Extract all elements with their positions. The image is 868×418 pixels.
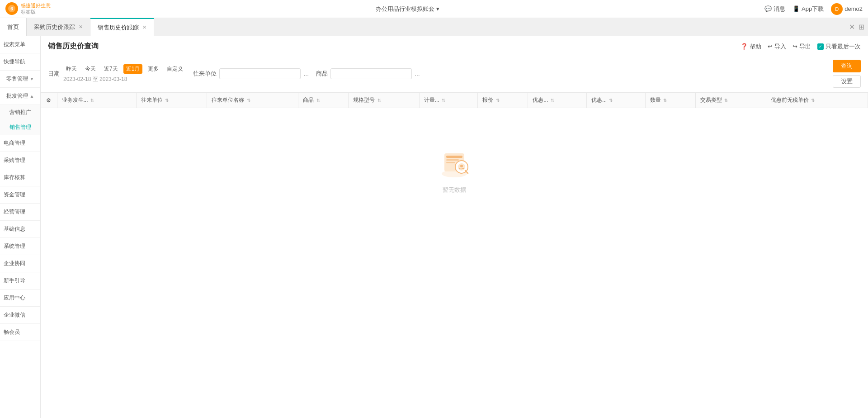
date-opt-yesterday[interactable]: 昨天 [63,64,80,74]
date-opt-last1m[interactable]: 近1月 [123,64,143,74]
import-btn[interactable]: ↩ 导入 [768,43,786,51]
sidebar-label-basic-info: 基础信息 [4,225,25,233]
tab-sales-close[interactable]: ✕ [142,24,146,30]
svg-rect-4 [446,156,462,158]
sort-icon-unit: ⇅ [442,98,445,103]
sidebar-label-retail-mgmt: 零售管理 [6,75,28,83]
th-quantity[interactable]: 数量 ⇅ [645,93,695,108]
partner-dots[interactable]: ... [303,70,309,77]
logo-icon: 6 [5,2,18,15]
date-filter-group: 日期 昨天 今天 近7天 近1月 更多 自定义 2023-02-18 至 202… [48,64,186,83]
table-header: ⚙ 业务发生... ⇅ 往来单位 ⇅ 往来单位名称 ⇅ [41,93,868,108]
goods-dots[interactable]: ... [415,70,420,77]
sidebar-item-marketing[interactable]: 营销推广 [0,105,40,120]
sidebar-item-inventory[interactable]: 库存核算 [0,169,40,186]
sidebar-item-system-mgmt[interactable]: 系统管理 [0,238,40,255]
sort-icon-spec: ⇅ [377,98,381,103]
goods-filter-group: 商品 ... [316,68,420,79]
th-spec[interactable]: 规格型号 ⇅ [349,93,419,108]
th-goods[interactable]: 商品 ⇅ [298,93,349,108]
tab-home-label: 首页 [7,23,19,31]
th-pre-tax-price[interactable]: 优惠前无税单价 ⇅ [766,93,868,108]
tab-maximize-icon[interactable]: ⊞ [859,23,864,31]
date-opt-more[interactable]: 更多 [145,64,161,74]
export-label: 导出 [799,43,811,51]
tab-home[interactable]: 首页 [0,18,27,36]
page-header: 销售历史价查询 ❓ 帮助 ↩ 导入 ↪ 导出 ✓ 只 [41,36,868,55]
sidebar-item-retail-mgmt[interactable]: 零售管理 ▼ [0,71,40,88]
import-icon: ↩ [768,43,773,50]
page-title: 销售历史价查询 [48,42,99,51]
sidebar-item-new-guide[interactable]: 新手引导 [0,272,40,290]
empty-text: 暂无数据 [443,186,466,194]
sidebar-item-app-center[interactable]: 应用中心 [0,290,40,307]
query-button[interactable]: 查询 [833,60,861,72]
date-opt-custom[interactable]: 自定义 [164,64,186,74]
sidebar-item-enterprise-coop[interactable]: 企业协同 [0,255,40,272]
sidebar-label-app-center: 应用中心 [4,294,25,302]
settings-button[interactable]: 设置 [833,75,861,88]
date-opt-last7[interactable]: 近7天 [101,64,121,74]
th-partner-name[interactable]: 往来单位名称 ⇅ [207,93,298,108]
export-btn[interactable]: ↪ 导出 [793,43,811,51]
th-discount1[interactable]: 优惠... ⇅ [528,93,587,108]
sort-icon-partner-code: ⇅ [165,98,169,103]
sidebar-label-wholesale-mgmt: 批发管理 [6,92,28,100]
sidebar-label-sales-mgmt: 销售管理 [9,124,31,130]
th-unit[interactable]: 计量... ⇅ [419,93,478,108]
date-opt-today[interactable]: 今天 [82,64,99,74]
goods-input[interactable] [330,68,412,79]
import-label: 导入 [774,43,786,51]
date-label: 日期 [48,70,60,78]
table-container: ⚙ 业务发生... ⇅ 往来单位 ⇅ 往来单位名称 ⇅ [41,93,868,418]
date-options: 昨天 今天 近7天 近1月 更多 自定义 2023-02-18 至 2023-0… [63,64,186,83]
sidebar-item-vip-member[interactable]: 畅会员 [0,324,40,341]
only-last-label: 只看最后一次 [826,43,861,51]
only-last-checkbox-group[interactable]: ✓ 只看最后一次 [817,43,861,51]
sidebar-item-purchase-mgmt[interactable]: 采购管理 [0,152,40,169]
help-label: 帮助 [750,43,761,51]
sidebar-label-quick-nav: 快捷导航 [4,58,25,66]
th-trade-type[interactable]: 交易类型 ⇅ [695,93,766,108]
th-biz-date[interactable]: 业务发生... ⇅ [57,93,136,108]
dropdown-icon: ▾ [436,5,439,12]
sidebar-item-finance-mgmt[interactable]: 资金管理 [0,186,40,204]
logo-area: 6 畅捷通好生意 标签版 [5,2,51,15]
tab-purchase-close[interactable]: ✕ [79,24,83,30]
th-discount2[interactable]: 优惠... ⇅ [587,93,646,108]
tab-sales-history[interactable]: 销售历史价跟踪 ✕ [90,18,154,36]
th-gear[interactable]: ⚙ [41,93,57,108]
tab-close-icon[interactable]: ✕ [849,23,855,31]
help-btn[interactable]: ❓ 帮助 [741,43,761,51]
sidebar-item-wholesale-mgmt[interactable]: 批发管理 ▲ [0,88,40,105]
user-area[interactable]: D demo2 [831,3,863,15]
th-quote-price[interactable]: 报价 ⇅ [478,93,528,108]
sidebar-label-enterprise-coop: 企业协同 [4,260,25,267]
sidebar-item-basic-info[interactable]: 基础信息 [0,221,40,238]
message-btn[interactable]: 💬 消息 [764,5,785,13]
sidebar-item-sales-mgmt[interactable]: 销售管理 [0,120,40,135]
app-download-btn[interactable]: 📱 App下载 [793,5,824,13]
company-selector[interactable]: 办公用品行业模拟账套 ▾ [376,5,439,13]
th-partner-code[interactable]: 往来单位 ⇅ [136,93,207,108]
sidebar-item-search-menu[interactable]: 搜索菜单 [0,36,40,53]
sidebar-label-vip-member: 畅会员 [4,328,20,336]
sidebar-label-finance-mgmt: 资金管理 [4,191,25,199]
filter-actions: 查询 设置 [833,60,861,88]
svg-rect-6 [446,162,455,163]
sidebar-item-quick-nav[interactable]: 快捷导航 [0,53,40,71]
sidebar-label-search-menu: 搜索菜单 [4,41,25,48]
sidebar-item-enterprise-wechat[interactable]: 企业微信 [0,307,40,324]
only-last-checkbox[interactable]: ✓ [817,43,824,50]
checkbox-check-icon: ✓ [819,44,822,49]
main-layout: 搜索菜单 快捷导航 零售管理 ▼ 批发管理 ▲ 营销推广 销售管理 电商管理 采… [0,36,868,418]
sidebar-label-ecom-mgmt: 电商管理 [4,139,25,147]
tab-purchase-history[interactable]: 采购历史价跟踪 ✕ [27,18,90,36]
sidebar-label-operation-mgmt: 经营管理 [4,208,25,216]
sidebar-item-operation-mgmt[interactable]: 经营管理 [0,204,40,221]
sidebar-label-enterprise-wechat: 企业微信 [4,311,25,319]
filter-bar: 日期 昨天 今天 近7天 近1月 更多 自定义 2023-02-18 至 202… [41,55,868,93]
sidebar-item-ecom-mgmt[interactable]: 电商管理 [0,135,40,152]
partner-filter-group: 往来单位 ... [193,68,309,79]
partner-input[interactable] [219,68,301,79]
